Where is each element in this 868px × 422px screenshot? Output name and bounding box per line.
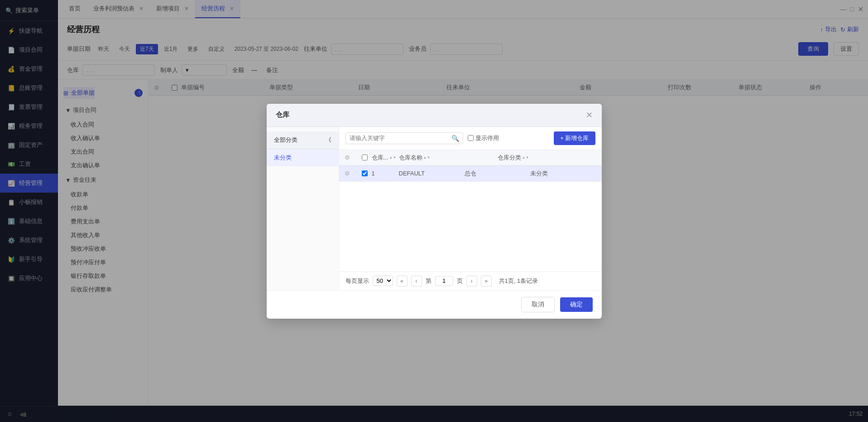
modal-next-page-btn[interactable]: › <box>466 276 477 286</box>
modal-last-page-btn[interactable]: » <box>481 276 492 286</box>
modal-pagination: 每页显示 50 « ‹ 第 页 › » 共1页, 1条记录 <box>339 272 602 290</box>
modal-sidebar-uncategorized[interactable]: 未分类 <box>267 149 339 166</box>
modal-col-num[interactable]: 仓库... ▲▼ <box>372 154 399 162</box>
modal-col-settings[interactable]: ⚙ <box>345 154 358 161</box>
modal-page-label: 第 <box>426 277 432 285</box>
modal-col-name-label: 仓库分类 <box>498 154 521 162</box>
modal-page-suffix: 页 <box>457 277 463 285</box>
sort-arrows-name: ▲▼ <box>522 155 529 160</box>
modal-close-icon[interactable]: ✕ <box>586 110 593 120</box>
row-code: DEFAULT <box>399 170 465 177</box>
modal-total-label: 共1页, 1条记录 <box>499 277 538 285</box>
show-disabled-label[interactable]: 显示停用 <box>468 134 499 142</box>
modal-uncategorized-label: 未分类 <box>274 154 292 161</box>
modal-col-num-label: 仓库... <box>372 154 388 162</box>
modal-header: 仓库 ✕ <box>267 104 602 127</box>
modal-sidebar-header: 全部分类 《 <box>267 131 339 149</box>
sort-arrows-code: ▲▼ <box>423 155 431 160</box>
show-disabled-text: 显示停用 <box>475 134 499 142</box>
modal-actions: 取消 确定 <box>267 290 602 319</box>
modal-check-all-input[interactable] <box>362 155 368 160</box>
modal-body: 全部分类 《 未分类 🔍 显示停用 <box>267 127 602 290</box>
modal-sidebar: 全部分类 《 未分类 <box>267 127 339 290</box>
modal-search-input[interactable] <box>350 135 451 141</box>
row-checkbox[interactable] <box>362 170 368 176</box>
modal-content: 🔍 显示停用 + 新增仓库 ⚙ <box>339 127 602 290</box>
modal-sidebar-all-label[interactable]: 全部分类 <box>274 136 297 144</box>
row-check[interactable] <box>358 170 372 176</box>
modal-first-page-btn[interactable]: « <box>397 276 408 286</box>
modal-page-input[interactable] <box>435 276 453 286</box>
confirm-button[interactable]: 确定 <box>560 297 593 312</box>
modal-overlay: 仓库 ✕ 全部分类 《 未分类 🔍 <box>0 0 868 422</box>
row-num: 1 <box>372 170 399 177</box>
modal-per-page-select[interactable]: 50 <box>373 276 393 286</box>
modal-toolbar: 🔍 显示停用 + 新增仓库 <box>339 127 602 150</box>
modal-per-page-label: 每页显示 <box>345 277 369 285</box>
table-row[interactable]: ⚙ 1 DEFAULT 总仓 未分类 <box>339 166 602 182</box>
modal-col-code[interactable]: 仓库名称 ▲▼ <box>399 154 498 162</box>
modal-prev-page-btn[interactable]: ‹ <box>411 276 422 286</box>
warehouse-modal: 仓库 ✕ 全部分类 《 未分类 🔍 <box>267 104 602 319</box>
row-name: 总仓 <box>465 170 530 178</box>
modal-sidebar-collapse-icon[interactable]: 《 <box>326 136 331 144</box>
cancel-button[interactable]: 取消 <box>521 297 555 312</box>
row-settings-icon[interactable]: ⚙ <box>345 170 358 177</box>
modal-table-header: ⚙ 仓库... ▲▼ 仓库名称 ▲▼ 仓库分类 <box>339 150 602 166</box>
modal-col-name[interactable]: 仓库分类 ▲▼ <box>498 154 596 162</box>
row-category: 未分类 <box>530 170 596 178</box>
sort-arrows-num: ▲▼ <box>389 155 396 160</box>
modal-search-box[interactable]: 🔍 <box>345 132 463 144</box>
modal-col-check-all[interactable] <box>358 155 372 160</box>
modal-search-icon: 🔍 <box>451 135 459 142</box>
modal-title: 仓库 <box>276 111 289 119</box>
modal-table: ⚙ 仓库... ▲▼ 仓库名称 ▲▼ 仓库分类 <box>339 150 602 272</box>
add-warehouse-button[interactable]: + 新增仓库 <box>554 131 595 145</box>
show-disabled-checkbox[interactable] <box>468 135 474 141</box>
modal-col-code-label: 仓库名称 <box>399 154 422 162</box>
